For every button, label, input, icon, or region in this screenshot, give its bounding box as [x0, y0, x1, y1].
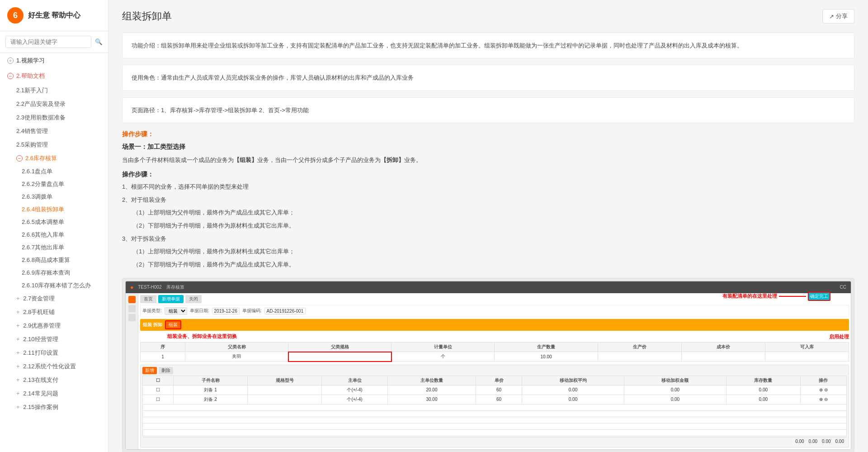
- plus-icon-2-7: +: [16, 295, 20, 302]
- search-button[interactable]: 🔍: [93, 37, 104, 47]
- role-text: 使用角色：通常由生产人员或库管人员完成拆装业务的操作，库管人员确认原材料的出库和…: [132, 74, 414, 81]
- sidebar-item-2-6-6[interactable]: 2.6.6其他入库单: [0, 228, 108, 241]
- share-icon: ↗: [829, 13, 834, 20]
- sub-col-stock: 库存数量: [726, 376, 800, 385]
- sub-cell-1-name: 刘备 1: [174, 385, 248, 395]
- sub-cell-1-spec: [248, 385, 322, 395]
- sub-col-op: 操作: [800, 376, 846, 385]
- cell-1-name: 关羽: [185, 352, 288, 362]
- sub-cell-2-spec: [248, 395, 322, 404]
- annotation-4-container: 无固定清单可以组装在这里录入: [177, 449, 246, 450]
- sidebar-item-2-label: 2.帮助文档: [16, 72, 45, 80]
- empty-row-3: [143, 404, 847, 410]
- col-cost: 成本价: [681, 342, 765, 352]
- sub-row-7: [143, 429, 847, 436]
- col-spec: 父类规格: [288, 342, 392, 352]
- sidebar-item-2-12[interactable]: + 2.12系统个性化设置: [0, 360, 108, 373]
- icon-3: [128, 314, 136, 321]
- col-name: 父类名称: [185, 342, 288, 352]
- sub-cell-1-op: ⊕ ⊖: [800, 385, 846, 395]
- share-button[interactable]: ↗ 分享: [822, 9, 854, 24]
- topbar-item1: TEST-H002: [138, 285, 161, 290]
- nav-section: + 1.视频学习 − 2.帮助文档 2.1新手入门 2.2产品安装及登录 2.3…: [0, 53, 108, 414]
- step-2-sub2: （2）下部明细为子件明细，最终作为原材料生成其它出库单。: [133, 220, 854, 232]
- sub-cell-1-cost1: 0.00: [522, 385, 624, 395]
- sub-cell-1-stock: 0.00: [726, 385, 800, 395]
- sidebar-item-2-6[interactable]: − 2.6库存核算: [0, 152, 108, 165]
- logo-area: 6 好生意 帮助中心: [0, 0, 108, 31]
- icon-1: [128, 296, 136, 303]
- field-no-label: 单据编码:: [242, 308, 262, 314]
- scene-title: 场景一：加工类型选择: [122, 143, 854, 151]
- icon-2: [128, 305, 136, 312]
- col-price: 生产价: [598, 342, 681, 352]
- sub-col-spec: 规格型号: [248, 376, 322, 385]
- sidebar-item-2-15[interactable]: + 2.15操作案例: [0, 400, 108, 414]
- cell-1-spec: [288, 352, 392, 362]
- steps-container: 1、根据不同的业务，选择不同单据的类型来处理 2、对于组装业务 （1）上部明细为…: [122, 181, 854, 271]
- step-3-sub1: （1）上部明细为父件明细，最终作为原材料生成其它出库单；: [133, 246, 854, 257]
- sidebar-item-2-5[interactable]: 2.5采购管理: [0, 138, 108, 152]
- switch-btn: 组装: [165, 320, 181, 329]
- sidebar-item-2-6-1[interactable]: 2.6.1盘点单: [0, 165, 108, 178]
- sidebar-item-2-8[interactable]: + 2.8手机旺铺: [0, 305, 108, 319]
- topbar-logo: ●: [130, 284, 133, 290]
- sidebar-item-2-9[interactable]: + 2.9优惠券管理: [0, 319, 108, 333]
- sidebar-item-2-13[interactable]: + 2.13在线支付: [0, 373, 108, 387]
- screenshot-image: ● TEST-H002 库存核算 CC: [123, 278, 854, 452]
- sidebar-item-2-6-7[interactable]: 2.6.7其他出库单: [0, 241, 108, 254]
- sub-table-area: 新增 删除 ☐ 子件名称 规格型号: [140, 365, 849, 447]
- sidebar-item-2-6-10[interactable]: 2.6.10库存账本错了怎么办: [0, 279, 108, 292]
- sidebar-item-2-2[interactable]: 2.2产品安装及登录: [0, 97, 108, 111]
- btn-sub-del: 删除: [159, 367, 173, 374]
- steps-title: 操作步骤：: [122, 171, 854, 179]
- empty-row-4: [143, 410, 847, 417]
- tab-close: 关闭: [185, 295, 202, 303]
- upper-table: 序 父类名称 父类规格 计量单位 生产数量 生产价 成本价 可入库: [140, 342, 849, 362]
- sidebar-item-2-10[interactable]: + 2.10经营管理: [0, 333, 108, 346]
- sidebar-item-1[interactable]: + 1.视频学习: [0, 53, 108, 68]
- path-card: 页面路径：1、库存核算->库存管理->组装拆卸单 2、首页->常用功能: [122, 97, 854, 123]
- topbar-right: CC: [840, 285, 846, 290]
- sidebar: 6 好生意 帮助中心 🔍 + 1.视频学习 − 2.帮助文档 2.1新手入门 2…: [0, 0, 108, 452]
- switch-label: 组装 拆卸: [143, 322, 162, 328]
- sidebar-item-2-4[interactable]: 2.4销售管理: [0, 124, 108, 138]
- minus-icon: −: [7, 73, 14, 79]
- total-1: 0.00: [795, 439, 804, 444]
- sub-cell-2-price: 60: [476, 395, 522, 404]
- sub-row-1: ☐ 刘备 1 个(+/-4) 20.00 60 0.00 0.: [143, 385, 847, 395]
- totals-row: 0.00 0.00 0.00 0.00: [142, 437, 847, 445]
- sidebar-item-2-7[interactable]: + 2.7资金管理: [0, 292, 108, 305]
- search-input[interactable]: [5, 36, 91, 48]
- table-row-1: 1 关羽 个 10.00: [141, 352, 849, 362]
- sidebar-item-2-6-3[interactable]: 2.6.3调拨单: [0, 190, 108, 203]
- page-title: 组装拆卸单: [122, 10, 172, 23]
- sidebar-item-2-11[interactable]: + 2.11打印设置: [0, 346, 108, 360]
- sidebar-item-2-6-8[interactable]: 2.6.8商品成本重算: [0, 254, 108, 266]
- sidebar-item-2-14[interactable]: + 2.14常见问题: [0, 387, 108, 400]
- topbar-item2: 库存核算: [166, 284, 184, 290]
- sub-cell-2-sel: ☐: [143, 395, 174, 404]
- sidebar-item-2-3[interactable]: 2.3使用前数据准备: [0, 111, 108, 124]
- app-sidebar-icons: [126, 293, 138, 449]
- col-qty: 生产数量: [495, 342, 598, 352]
- sidebar-item-2-6-9[interactable]: 2.6.9库存账本查询: [0, 266, 108, 279]
- empty-row-6: [143, 423, 847, 429]
- plus-icon-2-14: +: [16, 390, 20, 397]
- total-4: 0.00: [835, 439, 844, 444]
- intro-text: 功能介绍：组装拆卸单用来处理企业组装或拆卸等加工业务，支持有固定装配清单的产品加…: [132, 42, 743, 49]
- sidebar-item-2-6-4[interactable]: 2.6.4组装拆卸单: [0, 203, 108, 216]
- sub-col-cost2: 移动加权金额: [624, 376, 726, 385]
- share-label: 分享: [836, 12, 848, 20]
- sub-row-3: [143, 404, 847, 410]
- sidebar-item-2-6-2[interactable]: 2.6.2分量盘点单: [0, 178, 108, 190]
- sub-cell-2-name: 刘备 2: [174, 395, 248, 404]
- tab-home: 首页: [140, 295, 156, 303]
- sidebar-item-2[interactable]: − 2.帮助文档: [0, 68, 108, 84]
- sub-cell-1-unit: 个(+/-4): [322, 385, 388, 395]
- sidebar-item-2-1[interactable]: 2.1新手入门: [0, 84, 108, 97]
- type-select[interactable]: 组装 拆卸: [165, 307, 187, 315]
- sidebar-item-2-6-5[interactable]: 2.6.5成本调整单: [0, 216, 108, 228]
- sub-cell-1-sel: ☐: [143, 385, 174, 395]
- sub-cell-2-cost2: 0.00: [624, 395, 726, 404]
